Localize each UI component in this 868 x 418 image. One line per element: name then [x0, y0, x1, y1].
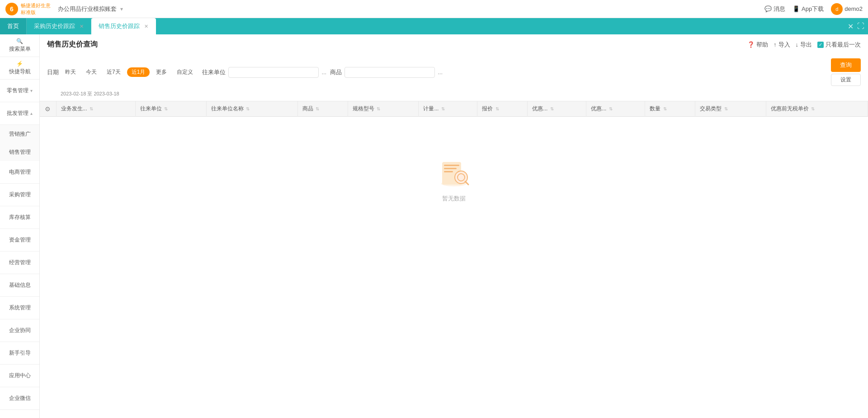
checkbox-checked-icon: ✓: [817, 42, 824, 48]
user-area[interactable]: d demo2: [831, 3, 863, 15]
sort-icon-spec[interactable]: ⇅: [377, 106, 380, 111]
th-trade-type: 交易类型 ⇅: [695, 101, 766, 117]
date-btn-custom[interactable]: 自定义: [173, 67, 197, 77]
sort-icon-unit-name[interactable]: ⇅: [246, 106, 250, 111]
page-title-row: 销售历史价查询 ❓ 帮助 ↑ 导入 ↓ 导出 ✓: [47, 40, 861, 49]
close-sales-tab-icon[interactable]: ✕: [144, 24, 148, 29]
gear-icon[interactable]: ⚙: [45, 105, 51, 113]
help-btn[interactable]: ❓ 帮助: [747, 41, 768, 49]
th-unit-measure-label: 计量...: [423, 105, 439, 112]
sidebar-item-marketing[interactable]: 营销推广: [0, 125, 39, 143]
sort-icon-biz-date[interactable]: ⇅: [90, 106, 93, 111]
sidebar-item-guide[interactable]: 新手引导: [0, 342, 39, 365]
table-area: ⚙ 业务发生... ⇅ 往来单位 ⇅ 往来单位名称 ⇅: [40, 101, 868, 418]
unit-dots-btn[interactable]: ...: [321, 69, 326, 76]
sort-icon-unit-code[interactable]: ⇅: [164, 106, 168, 111]
goods-label: 商品: [330, 68, 342, 76]
import-btn[interactable]: ↑ 导入: [774, 41, 790, 49]
content-area: 销售历史价查询 ❓ 帮助 ↑ 导入 ↓ 导出 ✓: [40, 34, 868, 418]
sidebar-item-system[interactable]: 系统管理: [0, 297, 39, 319]
sidebar-item-purchase[interactable]: 采购管理: [0, 184, 39, 206]
tab-home[interactable]: 首页: [0, 18, 27, 34]
page-actions: ❓ 帮助 ↑ 导入 ↓ 导出 ✓ 只看最后一次: [747, 41, 861, 49]
svg-rect-3: [444, 168, 457, 169]
sidebar-item-enterprise[interactable]: 企业协同: [0, 319, 39, 342]
sort-icon-pretax-price[interactable]: ⇅: [811, 106, 815, 111]
sidebar-item-wechat[interactable]: 企业微信: [0, 387, 39, 410]
sidebar-item-operations[interactable]: 经营管理: [0, 252, 39, 274]
th-qty: 数量 ⇅: [645, 101, 695, 117]
th-gear: ⚙: [40, 101, 56, 117]
download-icon: 📱: [793, 5, 800, 12]
th-unit-name-label: 往来单位名称: [211, 105, 244, 112]
date-btn-yesterday[interactable]: 昨天: [61, 67, 80, 77]
main-layout: 🔍 搜索菜单 ⚡ 快捷导航 零售管理 ▾ 批发管理 ▴ 营销推广 销售管理 电商…: [0, 34, 868, 418]
only-last-checkbox[interactable]: ✓ 只看最后一次: [817, 41, 861, 49]
close-window-icon[interactable]: ✕: [848, 22, 854, 31]
import-icon: ↑: [774, 41, 777, 48]
sidebar-item-member[interactable]: 畅会员: [0, 410, 39, 418]
empty-icon: [436, 153, 472, 189]
chevron-up-icon: ▴: [30, 111, 33, 116]
goods-input[interactable]: [344, 67, 435, 78]
date-btn-more[interactable]: 更多: [152, 67, 170, 77]
sidebar-item-quick-nav[interactable]: ⚡ 快捷导航: [0, 57, 39, 80]
sidebar-item-retail[interactable]: 零售管理 ▾: [0, 80, 39, 102]
sort-icon-qty[interactable]: ⇅: [663, 106, 667, 111]
sort-icon-trade-type[interactable]: ⇅: [724, 106, 728, 111]
th-discount2: 优惠... ⇅: [586, 101, 645, 117]
query-button[interactable]: 查询: [831, 58, 861, 72]
sort-icon-unit-measure[interactable]: ⇅: [441, 106, 445, 111]
unit-filter-group: 往来单位 ...: [202, 67, 326, 78]
sort-icon-goods[interactable]: ⇅: [316, 106, 319, 111]
quick-nav-icon: ⚡: [16, 61, 23, 67]
maximize-icon[interactable]: ⛶: [857, 22, 864, 30]
th-goods-label: 商品: [302, 105, 313, 112]
data-table: ⚙ 业务发生... ⇅ 往来单位 ⇅ 往来单位名称 ⇅: [40, 101, 868, 117]
date-label: 日期: [47, 68, 59, 76]
sidebar-item-app-center[interactable]: 应用中心: [0, 365, 39, 387]
empty-text: 暂无数据: [442, 195, 466, 203]
export-btn[interactable]: ↓ 导出: [796, 41, 812, 49]
app-download-btn[interactable]: 📱 App下载: [793, 5, 824, 13]
unit-input[interactable]: [228, 67, 319, 78]
goods-dots-btn[interactable]: ...: [438, 69, 443, 76]
tab-purchase-history[interactable]: 采购历史价跟踪 ✕: [27, 18, 91, 34]
th-quote: 报价 ⇅: [477, 101, 528, 117]
sidebar-item-finance[interactable]: 资金管理: [0, 229, 39, 252]
tab-sales-history[interactable]: 销售历史价跟踪 ✕: [91, 18, 156, 34]
page-title: 销售历史价查询: [47, 40, 98, 49]
tab-actions: ✕ ⛶: [848, 22, 868, 31]
page-header: 销售历史价查询 ❓ 帮助 ↑ 导入 ↓ 导出 ✓: [40, 34, 868, 101]
th-qty-label: 数量: [650, 105, 660, 112]
th-biz-date: 业务发生... ⇅: [56, 101, 136, 117]
th-discount2-label: 优惠...: [591, 105, 606, 112]
th-unit-measure: 计量... ⇅: [419, 101, 477, 117]
settings-button[interactable]: 设置: [831, 74, 861, 86]
message-btn[interactable]: 💬 消息: [764, 5, 785, 13]
sidebar-item-wholesale[interactable]: 批发管理 ▴: [0, 102, 39, 125]
date-btn-7days[interactable]: 近7天: [103, 67, 124, 77]
sidebar-item-sales-mgmt[interactable]: 销售管理: [0, 143, 39, 161]
sort-icon-discount2[interactable]: ⇅: [609, 106, 613, 111]
sort-icon-discount1[interactable]: ⇅: [550, 106, 554, 111]
sort-icon-quote[interactable]: ⇅: [495, 106, 499, 111]
th-unit-code: 往来单位 ⇅: [136, 101, 207, 117]
avatar: d: [831, 3, 843, 15]
date-btn-1month[interactable]: 近1月: [127, 67, 150, 77]
th-pretax-price-label: 优惠前无税单价: [771, 105, 809, 112]
sidebar-item-search-menu[interactable]: 🔍 搜索菜单: [0, 34, 39, 57]
sidebar-item-inventory[interactable]: 库存核算: [0, 206, 39, 229]
export-icon: ↓: [796, 41, 799, 48]
filter-inputs-row: 往来单位 ... 商品 ...: [202, 67, 443, 78]
date-btn-today[interactable]: 今天: [82, 67, 100, 77]
tab-bar: 首页 采购历史价跟踪 ✕ 销售历史价跟踪 ✕ ✕ ⛶: [0, 18, 868, 34]
th-goods: 商品 ⇅: [297, 101, 348, 117]
close-purchase-tab-icon[interactable]: ✕: [80, 24, 84, 29]
sidebar-item-basic-info[interactable]: 基础信息: [0, 274, 39, 297]
help-icon: ❓: [747, 41, 755, 48]
th-unit-name: 往来单位名称 ⇅: [206, 101, 297, 117]
dropdown-icon[interactable]: ▾: [120, 6, 123, 12]
sidebar-item-ecommerce[interactable]: 电商管理: [0, 161, 39, 184]
empty-state: 暂无数据: [40, 117, 868, 239]
